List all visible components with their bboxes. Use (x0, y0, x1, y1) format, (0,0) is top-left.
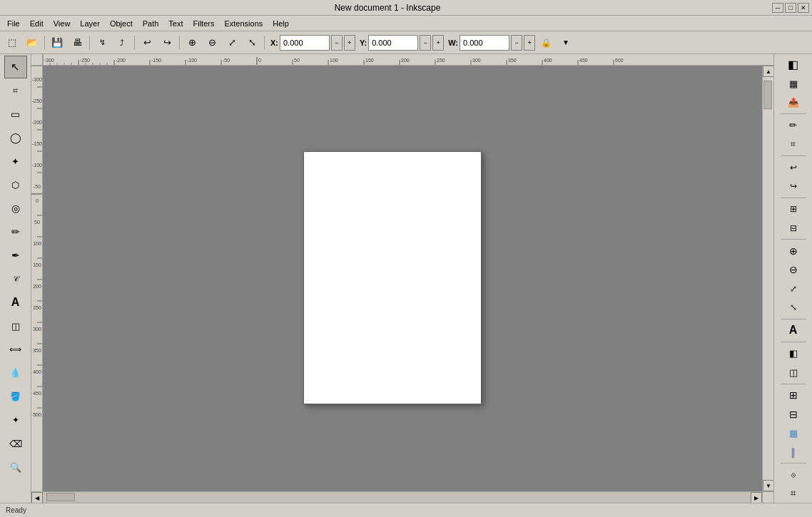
undo-right-btn[interactable]: ↩ (782, 158, 805, 176)
pen-tool-btn[interactable]: ✒ (4, 244, 27, 267)
vscroll-down[interactable]: ▼ (763, 480, 773, 491)
toolbar-sep-2 (89, 36, 90, 50)
menu-item-edit[interactable]: Edit (26, 18, 48, 29)
w-input[interactable] (460, 35, 509, 51)
toolbar-sep-3 (134, 36, 135, 50)
minimize-button[interactable]: ─ (772, 3, 783, 13)
y-input[interactable] (368, 35, 418, 51)
y-plus[interactable]: + (432, 35, 444, 51)
vscroll-up[interactable]: ▲ (763, 66, 773, 77)
zoom-in-right-btn[interactable]: ⊕ (782, 242, 805, 260)
menu-item-help[interactable]: Help (268, 18, 293, 29)
undo-button[interactable]: ↩ (138, 34, 156, 52)
grid-view-btn[interactable]: ⊞ (782, 387, 805, 404)
svg-text:250: 250 (437, 58, 445, 63)
x-minus[interactable]: − (331, 35, 342, 51)
rp-sep-7 (781, 384, 806, 384)
calligraphy-tool-btn[interactable]: 𝒞 (4, 267, 27, 290)
object-panel-btn[interactable]: ◧ (782, 344, 805, 362)
svg-text:0: 0 (258, 58, 261, 63)
star-tool-btn[interactable]: ✦ (4, 150, 27, 173)
ellipse-tool-btn[interactable]: ◯ (4, 126, 27, 149)
svg-text:-150: -150 (32, 141, 42, 146)
statusbar: Ready (0, 503, 812, 517)
lines-view-btn[interactable]: ∥ (782, 443, 805, 461)
text-panel-btn[interactable]: A (782, 322, 805, 339)
pencil-tool-btn[interactable]: ✏ (4, 220, 27, 243)
menu-item-file[interactable]: File (3, 18, 24, 29)
connector-tool-btn[interactable]: ⟺ (4, 338, 27, 361)
x-plus[interactable]: + (344, 35, 355, 51)
list-view-btn[interactable]: ⊟ (782, 405, 805, 423)
menu-item-text[interactable]: Text (164, 18, 187, 29)
lock-proportions[interactable]: 🔒 (537, 34, 555, 52)
text-tool-btn[interactable]: A (4, 291, 27, 314)
menu-item-extensions[interactable]: Extensions (220, 18, 267, 29)
sym-panel-btn[interactable]: ⟐ (782, 466, 805, 483)
w-minus[interactable]: − (511, 35, 522, 51)
new-button[interactable]: ⬚ (3, 34, 21, 52)
zoom-fit-toolbar[interactable]: ⤢ (223, 34, 241, 52)
scroll-corner (762, 492, 773, 503)
y-minus[interactable]: − (420, 35, 431, 51)
node-right-btn[interactable]: ⌗ (782, 135, 805, 153)
restore-button[interactable]: □ (785, 3, 796, 13)
x-input[interactable] (280, 35, 330, 51)
close-button[interactable]: ✕ (798, 3, 809, 13)
menu-item-view[interactable]: View (49, 18, 75, 29)
import-button[interactable]: ↯ (93, 34, 111, 52)
select-tool-btn[interactable]: ↖ (4, 56, 27, 78)
fill-stroke-panel-btn[interactable]: ◧ (782, 56, 805, 73)
export-btn-tb[interactable]: ⤴ (113, 34, 131, 52)
table-view-btn[interactable]: ▦ (782, 424, 805, 442)
vscroll-thumb[interactable] (763, 81, 772, 109)
paste-right-btn[interactable]: ⊟ (782, 219, 805, 237)
save-button[interactable]: 💾 (48, 34, 66, 52)
print-button[interactable]: 🖶 (68, 34, 86, 52)
eyedropper-tool-btn[interactable]: 💧 (4, 362, 27, 384)
menu-item-path[interactable]: Path (138, 18, 163, 29)
export-panel-btn[interactable]: 📤 (782, 93, 805, 111)
w-plus[interactable]: + (524, 35, 535, 51)
zoom-fit-right-btn[interactable]: ⤡ (782, 298, 805, 316)
more-options[interactable]: ▼ (557, 34, 575, 52)
rp-sep-4 (781, 239, 806, 240)
copy-right-btn[interactable]: ⊞ (782, 200, 805, 218)
pen-right-btn[interactable]: ✏ (782, 116, 805, 134)
hscroll-track[interactable] (43, 492, 751, 503)
menu-item-layer[interactable]: Layer (76, 18, 104, 29)
zoom-in-toolbar[interactable]: ⊕ (183, 34, 201, 52)
zoom-out-right-btn[interactable]: ⊖ (782, 261, 805, 279)
zoom-sel-toolbar[interactable]: ⤡ (243, 34, 261, 52)
rp-sep-2 (781, 155, 806, 156)
scroll-canvas[interactable] (43, 66, 762, 491)
scroll-left-btn[interactable]: ◀ (31, 492, 43, 503)
clip-panel-btn[interactable]: ◫ (782, 363, 805, 381)
spiral-tool-btn[interactable]: ◎ (4, 197, 27, 220)
fill-tool-btn[interactable]: 🪣 (4, 385, 27, 408)
scroll-right-btn[interactable]: ▶ (751, 492, 762, 503)
redo-button[interactable]: ↪ (158, 34, 176, 52)
zoom-tool-btn[interactable]: 🔍 (4, 456, 27, 478)
menu-item-object[interactable]: Object (106, 18, 137, 29)
node-tool-btn[interactable]: ⌗ (4, 79, 27, 102)
swatches-panel-btn[interactable]: ▦ (782, 74, 805, 92)
zoom-draw-right-btn[interactable]: ⤢ (782, 280, 805, 297)
svg-text:500: 500 (615, 58, 624, 63)
rect-tool-btn[interactable]: ▭ (4, 103, 27, 126)
hscroll-thumb[interactable] (46, 493, 75, 501)
toolbar-sep-5 (264, 36, 265, 50)
hscrollbar-row: ◀ ▶ (31, 491, 773, 503)
svg-text:0: 0 (36, 198, 39, 203)
redo-right-btn[interactable]: ↪ (782, 177, 805, 195)
zoom-out-toolbar[interactable]: ⊖ (203, 34, 221, 52)
open-button[interactable]: 📂 (23, 34, 41, 52)
spray-tool-btn[interactable]: ✦ (4, 409, 27, 431)
vscroll-track[interactable] (763, 77, 773, 480)
3dbox-tool-btn[interactable]: ⬡ (4, 173, 27, 196)
clip2-panel-btn[interactable]: ⌗ (782, 485, 805, 503)
vscrollbar[interactable]: ▲ ▼ (762, 66, 773, 491)
eraser-tool-btn[interactable]: ⌫ (4, 432, 27, 455)
gradient-tool-btn[interactable]: ◫ (4, 314, 27, 337)
menu-item-filters[interactable]: Filters (189, 18, 219, 29)
